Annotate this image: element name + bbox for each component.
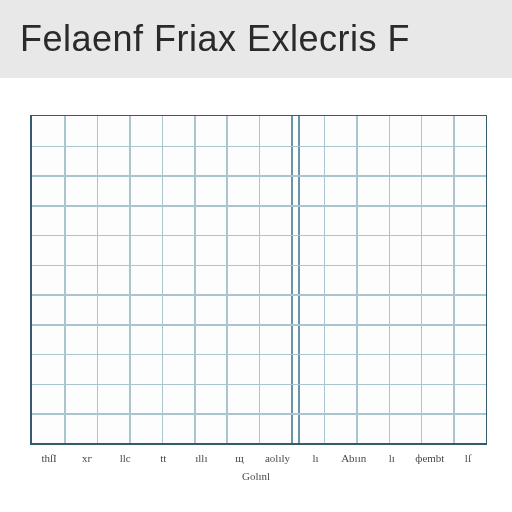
x-tick-label: llc — [106, 452, 144, 464]
x-tick-label: щ — [220, 452, 258, 464]
chart-grid — [30, 115, 487, 445]
x-tick-label: aolıly — [258, 452, 296, 464]
x-tick-label: lſ — [449, 452, 487, 464]
x-tick-label: lı — [297, 452, 335, 464]
x-axis-labels: thſI хг llc tt ıllı щ aolıly lı Abıın lı… — [30, 452, 487, 464]
x-tick-label: фembt — [411, 452, 449, 464]
x-tick-label: Abıın — [335, 452, 373, 464]
page-title: Felaenf Friax Exlecris F — [0, 0, 512, 78]
x-tick-label: thſI — [30, 452, 68, 464]
x-axis-title: Golınl — [0, 470, 512, 482]
x-tick-label: хг — [68, 452, 106, 464]
x-tick-label: ıllı — [182, 452, 220, 464]
x-tick-label: tt — [144, 452, 182, 464]
x-tick-label: lı — [373, 452, 411, 464]
